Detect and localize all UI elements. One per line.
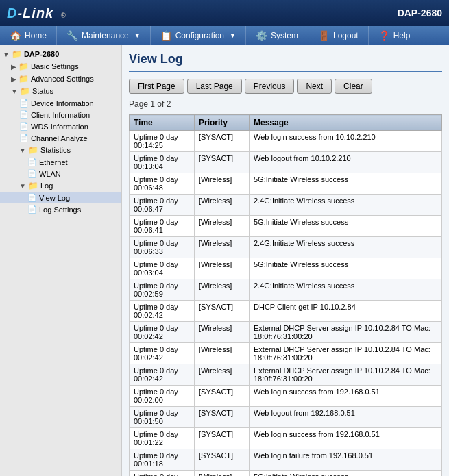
sidebar-item-basic-settings[interactable]: ▶ 📁 Basic Settings xyxy=(0,60,121,73)
col-header-message: Message xyxy=(250,115,442,131)
doc-icon: 📄 xyxy=(19,122,29,131)
folder-icon: 📁 xyxy=(20,86,30,96)
cell-message: External DHCP Server assign IP 10.10.2.8… xyxy=(250,343,442,364)
table-row: Uptime 0 day 00:06:33[Wireless]2.4G:Init… xyxy=(130,237,442,258)
sidebar-item-dap2680[interactable]: ▼ 📁 DAP-2680 xyxy=(0,48,121,60)
dlink-logo: D-Link ® xyxy=(7,5,66,21)
table-row: Uptime 0 day 00:02:59[Wireless]2.4G:Init… xyxy=(130,279,442,301)
button-bar: First Page Last Page Previous Next Clear xyxy=(129,79,442,94)
sidebar-label: WDS Information xyxy=(31,123,88,131)
next-button[interactable]: Next xyxy=(297,79,332,94)
cell-message: 5G:Initiate Wireless success xyxy=(250,471,442,477)
cell-message: DHCP Client get IP 10.10.2.84 xyxy=(250,301,442,322)
nav-system[interactable]: ⚙️ System xyxy=(246,26,308,45)
cell-message: External DHCP Server assign IP 10.10.2.8… xyxy=(250,322,442,343)
folder-icon: 📁 xyxy=(28,145,38,155)
table-row: Uptime 0 day 00:01:18[SYSACT]Web login f… xyxy=(130,449,442,471)
last-page-button[interactable]: Last Page xyxy=(187,79,242,94)
nav-logout-label: Logout xyxy=(333,31,359,40)
cell-priority: [Wireless] xyxy=(195,195,250,216)
nav-configuration[interactable]: 📋 Configuration ▼ xyxy=(151,26,246,45)
sidebar: ▼ 📁 DAP-2680 ▶ 📁 Basic Settings ▶ 📁 Adva… xyxy=(0,45,122,476)
doc-icon: 📄 xyxy=(19,99,29,108)
table-row: Uptime 0 day 00:02:42[Wireless]External … xyxy=(130,322,442,343)
clear-button[interactable]: Clear xyxy=(335,79,372,94)
nav-maintenance-label: Maintenance xyxy=(82,31,129,40)
cell-priority: [Wireless] xyxy=(195,343,250,364)
sidebar-label: Client Information xyxy=(31,111,90,119)
first-page-button[interactable]: First Page xyxy=(129,79,184,94)
sidebar-label: Ethernet xyxy=(39,158,68,166)
nav-home-label: Home xyxy=(25,31,47,40)
cell-message: Web login failure from 192.168.0.51 xyxy=(250,449,442,471)
nav-help[interactable]: ❓ Help xyxy=(369,26,421,45)
table-row: Uptime 0 day 00:02:42[SYSACT]DHCP Client… xyxy=(130,301,442,322)
cell-time: Uptime 0 day 00:06:48 xyxy=(130,173,195,195)
nav-home[interactable]: 🏠 Home xyxy=(0,26,57,45)
table-row: Uptime 0 day 00:01:22[SYSACT]Web login s… xyxy=(130,428,442,449)
content-area: View Log First Page Last Page Previous N… xyxy=(122,45,449,476)
cell-time: Uptime 0 day 00:06:47 xyxy=(130,195,195,216)
col-header-time: Time xyxy=(130,115,195,131)
cell-message: 2.4G:Initiate Wireless success xyxy=(250,195,442,216)
sidebar-item-channel-analyze[interactable]: 📄 Channel Analyze xyxy=(0,132,121,144)
sidebar-item-status[interactable]: ▼ 📁 Status xyxy=(0,85,121,97)
sidebar-label: WLAN xyxy=(39,170,61,178)
table-row: Uptime 0 day 00:14:25[SYSACT]Web login s… xyxy=(130,131,442,152)
cell-time: Uptime 0 day 00:01:22 xyxy=(130,428,195,449)
navbar: 🏠 Home 🔧 Maintenance ▼ 📋 Configuration ▼… xyxy=(0,26,449,45)
sidebar-item-client-info[interactable]: 📄 Client Information xyxy=(0,109,121,121)
sidebar-item-advanced-settings[interactable]: ▶ 📁 Advanced Settings xyxy=(0,73,121,85)
configuration-arrow: ▼ xyxy=(230,32,236,39)
doc-icon: 📄 xyxy=(19,110,29,119)
sidebar-item-view-log[interactable]: 📄 View Log xyxy=(0,192,121,203)
sidebar-label: Advanced Settings xyxy=(31,75,94,83)
cell-message: 2.4G:Initiate Wireless success xyxy=(250,279,442,301)
maintenance-arrow: ▼ xyxy=(134,32,141,39)
nav-maintenance[interactable]: 🔧 Maintenance ▼ xyxy=(57,26,151,45)
sidebar-item-log-settings[interactable]: 📄 Log Settings xyxy=(0,203,121,215)
expand-icon: ▶ xyxy=(11,63,16,71)
cell-time: Uptime 0 day 00:06:33 xyxy=(130,237,195,258)
cell-priority: [Wireless] xyxy=(195,364,250,386)
device-model: DAP-2680 xyxy=(398,8,442,18)
table-row: Uptime 0 day 00:13:04[SYSACT]Web logout … xyxy=(130,152,442,173)
nav-logout[interactable]: 🚪 Logout xyxy=(308,26,369,45)
cell-priority: [Wireless] xyxy=(195,216,250,237)
sidebar-item-device-info[interactable]: 📄 Device Information xyxy=(0,97,121,109)
nav-system-label: System xyxy=(271,31,298,40)
cell-time: Uptime 0 day 00:02:00 xyxy=(130,386,195,407)
cell-message: 5G:Initiate Wireless success xyxy=(250,258,442,279)
cell-priority: [SYSACT] xyxy=(195,131,250,152)
cell-priority: [SYSACT] xyxy=(195,449,250,471)
sidebar-item-ethernet[interactable]: 📄 Ethernet xyxy=(0,156,121,168)
sidebar-item-wds-info[interactable]: 📄 WDS Information xyxy=(0,121,121,132)
sidebar-item-wlan[interactable]: 📄 WLAN xyxy=(0,168,121,179)
sidebar-label: Status xyxy=(32,87,53,95)
table-row: Uptime 0 day 00:02:42[Wireless]External … xyxy=(130,343,442,364)
cell-time: Uptime 0 day 00:02:59 xyxy=(130,279,195,301)
cell-time: Uptime 0 day 00:02:42 xyxy=(130,322,195,343)
logout-icon: 🚪 xyxy=(318,30,330,41)
cell-message: 5G:Initiate Wireless success xyxy=(250,173,442,195)
folder-icon: 📁 xyxy=(19,62,29,71)
system-icon: ⚙️ xyxy=(256,30,267,41)
doc-icon: 📄 xyxy=(27,205,37,214)
expand-icon: ▼ xyxy=(19,182,26,190)
previous-button[interactable]: Previous xyxy=(245,79,295,94)
table-row: Uptime 0 day 00:06:47[Wireless]2.4G:Init… xyxy=(130,195,442,216)
header: D-Link ® DAP-2680 xyxy=(0,0,449,26)
doc-icon: 📄 xyxy=(19,134,29,142)
sidebar-item-log[interactable]: ▼ 📁 Log xyxy=(0,179,121,192)
table-row: Uptime 0 day 00:06:48[Wireless]5G:Initia… xyxy=(130,173,442,195)
folder-icon: 📁 xyxy=(19,74,29,84)
cell-time: Uptime 0 day 00:02:42 xyxy=(130,364,195,386)
cell-time: Uptime 0 day 00:02:42 xyxy=(130,301,195,322)
expand-icon: ▼ xyxy=(11,88,18,95)
table-row: Uptime 0 day 00:00:45[Wireless]5G:Initia… xyxy=(130,471,442,477)
page-info: Page 1 of 2 xyxy=(129,99,442,109)
sidebar-item-statistics[interactable]: ▼ 📁 Statistics xyxy=(0,144,121,156)
table-row: Uptime 0 day 00:02:42[Wireless]External … xyxy=(130,364,442,386)
cell-message: External DHCP Server assign IP 10.10.2.8… xyxy=(250,364,442,386)
cell-message: Web logout from 10.10.2.210 xyxy=(250,152,442,173)
